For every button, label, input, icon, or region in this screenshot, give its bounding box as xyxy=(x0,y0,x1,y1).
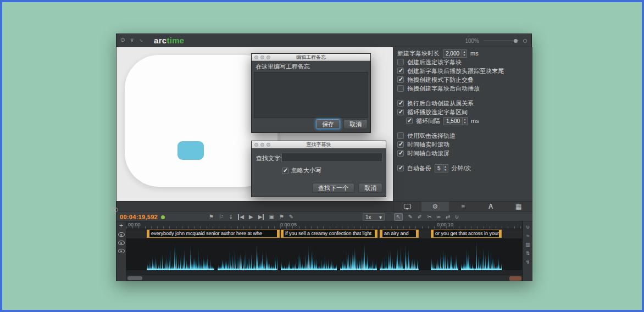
dialog-actions: 查找下一个 取消 xyxy=(312,183,382,193)
ignore-case-checkbox[interactable] xyxy=(282,168,288,174)
zap-icon[interactable]: ↯ xyxy=(526,260,530,265)
subtitle-list-tab[interactable]: ≡ xyxy=(449,202,477,211)
marker-flag-icon[interactable]: ⚑ xyxy=(209,214,214,220)
subtitle-block[interactable]: if you sell a creamy confection that lig… xyxy=(281,230,377,238)
tool-controls: ↖✎✐✂∞⇄∪ xyxy=(394,212,459,222)
chevron-down-icon[interactable]: ∨ xyxy=(130,37,134,43)
find-next-button[interactable]: 查找下一个 xyxy=(312,183,354,193)
power-icon[interactable]: ⊙ xyxy=(120,37,125,43)
font-style-tab[interactable]: A xyxy=(477,202,505,211)
arrow-down-icon[interactable]: ▼ xyxy=(462,53,467,57)
duration-row: 新建字幕块时长 2,000▲▼ ms xyxy=(393,49,532,58)
eye-icon[interactable] xyxy=(118,249,125,253)
zoom-handle[interactable] xyxy=(514,39,518,43)
setting-row: 循环播放选定字幕区间 xyxy=(393,108,532,116)
zoom-slider[interactable] xyxy=(484,41,519,41)
wave-icon[interactable]: ≈ xyxy=(526,233,529,238)
scroll-end-marker[interactable] xyxy=(509,276,521,281)
dialog-title: 查找字幕块 xyxy=(252,141,386,148)
swap-tool-icon[interactable]: ⇄ xyxy=(446,214,450,220)
panel-tabs: ⚙≡A▦ xyxy=(393,202,532,211)
magnet-icon[interactable]: ∪ xyxy=(526,225,530,230)
checkbox[interactable] xyxy=(397,132,404,139)
checkbox[interactable] xyxy=(397,68,404,74)
ruler[interactable]: 00:000:00:050:00:10 xyxy=(126,221,522,229)
track-strip xyxy=(126,270,522,275)
snapshot-icon[interactable]: ▣ xyxy=(269,214,274,220)
number-stepper[interactable]: 5▲▼ xyxy=(435,164,448,172)
memo-textarea[interactable] xyxy=(254,72,368,118)
magnet-tool-icon[interactable]: ∪ xyxy=(455,214,459,220)
prev-frame-icon[interactable]: ◀ xyxy=(238,214,244,220)
horizontal-scrollbar[interactable] xyxy=(126,275,522,281)
timecode: 00:04:19,592 xyxy=(120,214,158,220)
arrow-down-icon[interactable]: ▼ xyxy=(463,121,467,125)
label-flag-icon[interactable]: ⚑ xyxy=(279,214,284,220)
number-stepper[interactable]: 2,000▲▼ xyxy=(443,49,467,58)
setting-label: 循环间隔 xyxy=(416,117,440,125)
checkbox[interactable] xyxy=(397,85,404,92)
stepper-value: 2,000 xyxy=(443,50,462,57)
play-icon[interactable]: ▶ xyxy=(249,214,253,220)
brush-tool-icon[interactable]: ✐ xyxy=(418,214,422,220)
dialog-titlebar[interactable]: 查找字幕块 xyxy=(252,141,386,148)
checkbox[interactable] xyxy=(397,100,404,107)
checkbox[interactable] xyxy=(397,165,404,171)
settings-panel: 新建字幕块时长 2,000▲▼ ms 创建后选定该字幕块创建新字幕块后播放头跟踪… xyxy=(393,47,532,201)
eye-icon[interactable] xyxy=(118,241,125,245)
next-frame-icon[interactable]: ▶ xyxy=(258,214,264,220)
subtitle-block[interactable]: or you get that across in your xyxy=(431,230,502,238)
edit-pen-icon[interactable]: ✎ xyxy=(289,214,293,220)
scrollbar-thumb[interactable] xyxy=(127,276,142,280)
checkbox[interactable] xyxy=(397,59,404,65)
dialog-titlebar[interactable]: 编辑工程备忘 xyxy=(252,54,370,61)
checkbox[interactable] xyxy=(397,76,404,83)
spectrogram-icon[interactable]: ▥ xyxy=(525,242,530,247)
eye-icon[interactable] xyxy=(118,232,125,237)
scissors-tool-icon[interactable]: ✂ xyxy=(427,214,431,220)
save-button[interactable]: 保存 xyxy=(316,119,340,129)
checkbox[interactable] xyxy=(397,150,404,157)
setting-unit: ms xyxy=(471,118,479,124)
list-icon: ≡ xyxy=(461,203,465,210)
arrow-down-icon[interactable]: ▼ xyxy=(443,168,448,172)
settings-tab[interactable]: ⚙ xyxy=(421,202,449,211)
checkbox[interactable] xyxy=(397,141,404,148)
checkbox[interactable] xyxy=(397,109,404,115)
dialog-body: 在这里编写工程备忘 保存 取消 xyxy=(252,61,370,132)
zoom-level: 100% xyxy=(465,38,479,44)
marker-flag-outline-icon[interactable]: ⚐ xyxy=(219,214,224,220)
left-gutter: + xyxy=(116,221,126,281)
link-tool-icon[interactable]: ∞ xyxy=(437,214,441,220)
add-icon[interactable]: + xyxy=(119,223,123,229)
cancel-button[interactable]: 取消 xyxy=(343,119,368,129)
drop-playhead-icon[interactable]: ↧ xyxy=(229,214,233,220)
subtitle-track[interactable]: everybody john mcquaid senior author her… xyxy=(126,229,522,238)
setting-row: 换行后自动创建从属关系 xyxy=(393,99,532,108)
find-text-input[interactable] xyxy=(281,153,382,162)
waveform-canvas[interactable] xyxy=(126,238,522,270)
transport-controls: ⚑⚐↧◀▶▶▣⚑✎ xyxy=(209,212,293,222)
stepper-value: 1,500 xyxy=(444,118,462,125)
sort-icon[interactable]: ⇅ xyxy=(526,251,530,256)
cancel-button[interactable]: 取消 xyxy=(358,183,382,193)
subtitle-block[interactable]: everybody john mcquaid senior author her… xyxy=(147,230,280,238)
zoom-reset-icon[interactable] xyxy=(523,39,527,43)
effects-tab[interactable]: ▦ xyxy=(504,202,532,211)
dialog-actions: 保存 取消 xyxy=(316,119,368,129)
setting-label: 时间轴实时滚动 xyxy=(407,141,449,149)
subtitle-block[interactable]: an airy and xyxy=(380,230,419,238)
resize-icon[interactable]: ↔ xyxy=(137,36,146,44)
setting-label: 自动备份 xyxy=(407,164,431,172)
select-tool-icon[interactable]: ↖ xyxy=(394,213,403,221)
pencil-tool-icon[interactable]: ✎ xyxy=(408,214,412,220)
chevron-down-icon: ▾ xyxy=(379,214,382,220)
stepper-arrows[interactable]: ▲▼ xyxy=(462,50,467,57)
stepper-arrows[interactable]: ▲▼ xyxy=(443,165,448,172)
number-stepper[interactable]: 1,500▲▼ xyxy=(443,117,468,125)
stepper-arrows[interactable]: ▲▼ xyxy=(462,118,467,125)
checkbox[interactable] xyxy=(406,118,413,124)
find-text-label: 查找文字: xyxy=(256,154,282,163)
comments-tab[interactable] xyxy=(393,202,421,211)
speed-select[interactable]: 1x ▾ xyxy=(363,213,385,221)
